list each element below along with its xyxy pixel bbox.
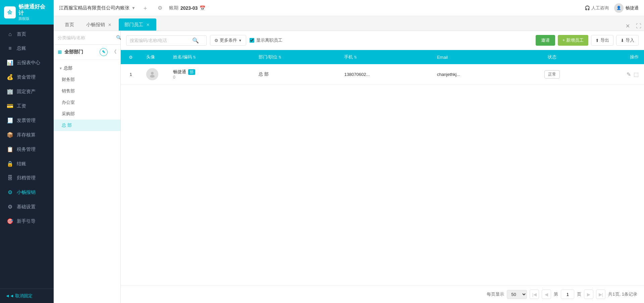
search-input[interactable] [130,38,190,43]
tree-node-office-label: 办公室 [62,100,75,105]
tab-expense[interactable]: 小畅报销 ✕ [80,18,118,31]
sidebar-item-expense[interactable]: ⚙ 小畅报销 [0,185,54,200]
sidebar: 会 畅捷通好会计 旗舰版 ⌂ 首页 ≡ 总账 📊 云报表中心 💰 资金管理 🏢 … [0,0,54,303]
add-employee-button[interactable]: + 新增员工 [558,35,588,46]
sidebar-item-archive[interactable]: 🗄 归档管理 [0,171,54,185]
company-selector[interactable]: 江西服宝精品有限责任公司内账张 ▼ [59,5,136,11]
add-company-icon[interactable]: ＋ [140,3,151,13]
col-phone[interactable]: 手机 [339,50,431,64]
tree-node-sales[interactable]: 销售部 [54,85,120,97]
svg-point-1 [150,75,155,78]
period-value: 2023-03 [180,5,198,11]
sidebar-item-guide[interactable]: 🎯 新手引导 [0,214,54,228]
sidebar-label-close: 结账 [17,161,26,167]
inventory-icon: 📦 [7,132,13,138]
topbar: 江西服宝精品有限责任公司内账张 ▼ ＋ ⚙ 账期 2023-03 📅 🎧 人工咨… [54,0,644,16]
tree-search-bar: 🔍 [54,31,120,45]
show-resigned-label: 显示离职员工 [256,37,282,43]
topbar-right: 🎧 人工咨询 👤 畅捷通 [585,3,639,13]
col-dept[interactable]: 部门/职位 [253,50,339,64]
import-button[interactable]: ⬇ 导入 [616,35,639,46]
status-badge: 正常 [544,70,560,79]
sidebar-item-invoice[interactable]: 🧾 发票管理 [0,113,54,128]
sidebar-item-assets[interactable]: 💰 资金管理 [0,70,54,84]
logo-title: 畅捷通好会计 [18,3,50,16]
tree-node-general[interactable]: 总 部 [54,120,120,131]
tab-home[interactable]: 首页 [59,18,80,31]
last-page-btn[interactable]: ▶| [596,290,605,299]
sidebar-label-basic: 基础设置 [17,204,36,210]
sidebar-item-tax[interactable]: 📋 税务管理 [0,142,54,157]
reports-icon: 📊 [7,59,13,66]
grid-icon: ⊞ [58,49,62,55]
home-icon: ⌂ [7,31,13,37]
sidebar-item-reports[interactable]: 📊 云报表中心 [0,55,54,70]
page-input[interactable] [561,290,574,299]
per-page-select[interactable]: 50 100 200 [507,290,527,299]
more-filters-btn[interactable]: ⚙ 更多条件 ▼ [210,35,246,46]
tree-node-purchase[interactable]: 采购部 [54,108,120,120]
cell-avatar [141,64,168,85]
tree-node-office[interactable]: 办公室 [54,97,120,108]
page-unit: 页 [577,291,581,297]
tab-home-label: 首页 [65,22,74,28]
sidebar-item-ledger[interactable]: ≡ 总账 [0,41,54,55]
settings-icon[interactable]: ⚙ [155,3,165,12]
avatar-icon: 👤 [616,6,621,10]
edit-icon[interactable]: ✎ [627,71,631,78]
chevron-icon: ▼ [59,67,62,70]
tree-collapse-icon[interactable]: 《 [112,49,116,55]
close-period-icon: 🔒 [7,161,13,167]
customer-service-btn[interactable]: 🎧 人工咨询 [585,5,609,11]
prev-page-btn[interactable]: ◀ [542,290,551,299]
username: 畅捷通 [626,5,639,11]
calendar-icon[interactable]: 📅 [200,5,205,11]
svg-point-0 [151,72,154,75]
period-selector[interactable]: 账期 2023-03 📅 [169,5,205,11]
next-page-btn[interactable]: ▶ [584,290,593,299]
avatar: 👤 [614,3,624,13]
sidebar-item-inventory[interactable]: 📦 库存核算 [0,128,54,142]
first-page-btn[interactable]: |◀ [530,290,539,299]
tab-expand-icon[interactable]: ⛶ [633,22,644,31]
sidebar-item-salary[interactable]: 💳 工资 [0,99,54,113]
tab-expense-close-icon[interactable]: ✕ [107,22,112,28]
tree-node-hq[interactable]: ▼ 总部 [54,62,120,74]
page-prefix: 第 [554,291,558,297]
sidebar-collapse-label: ◄◄ 取消固定 [5,293,33,299]
col-status: 状态 [519,50,586,64]
col-settings[interactable]: ⚙ [121,50,141,64]
sidebar-collapse-btn[interactable]: ◄◄ 取消固定 [0,289,54,303]
salary-icon: 💳 [7,103,13,109]
total-info: 共1页, 1条记录 [608,291,637,297]
user-menu[interactable]: 👤 畅捷通 [614,3,639,13]
basic-icon: ⚙ [7,204,13,210]
sidebar-item-basic[interactable]: ⚙ 基础设置 [0,200,54,214]
tree-search-input[interactable] [58,35,114,40]
show-resigned-checkbox[interactable]: 显示离职员工 [250,37,282,43]
employee-name: 畅捷通 [173,69,186,75]
tab-dept-emp[interactable]: 部门员工 ✕ [119,18,156,31]
toolbar-right: 邀请 + 新增员工 ⬆ 导出 ⬇ 导入 [536,35,639,46]
logout-icon[interactable]: ⬚ [634,71,639,78]
export-button[interactable]: ⬆ 导出 [591,35,613,46]
tree-header: ⊞ 全部部门 ✎ 《 [54,45,120,60]
sidebar-item-close[interactable]: 🔒 结账 [0,157,54,171]
tab-dept-close-icon[interactable]: ✕ [145,22,151,28]
search-icon[interactable]: 🔍 [192,37,199,44]
invite-button[interactable]: 邀请 [536,35,555,46]
import-label: 导入 [626,37,634,43]
cell-index: 1 [121,64,141,85]
tree-edit-icon[interactable]: ✎ [100,48,108,56]
ledger-icon: ≡ [7,45,13,51]
tab-close-window-icon[interactable]: ✕ [623,21,633,31]
sidebar-item-fixed[interactable]: 🏢 固定资产 [0,84,54,99]
search-box: 🔍 [126,35,207,46]
resigned-checkbox-input[interactable] [250,38,254,43]
more-filters-label: 更多条件 [220,37,237,43]
col-name[interactable]: 姓名/编码 [168,50,253,64]
headset-icon: 🎧 [585,5,590,10]
sidebar-item-home[interactable]: ⌂ 首页 [0,27,54,41]
sidebar-label-tax: 税务管理 [17,146,36,153]
tree-node-finance[interactable]: 财务部 [54,74,120,85]
